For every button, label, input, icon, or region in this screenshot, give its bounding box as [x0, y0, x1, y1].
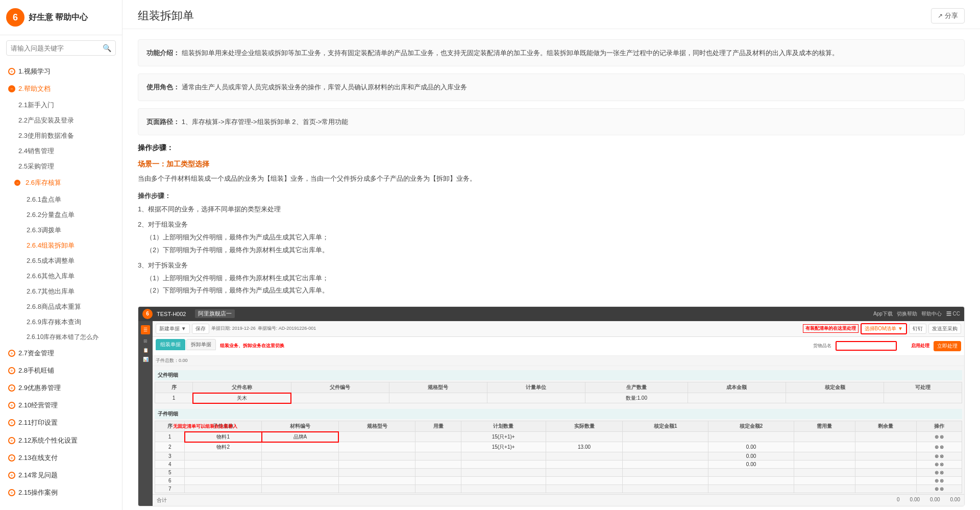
sidebar-item-label: 2.15操作案例: [18, 488, 58, 497]
path-label: 页面路径：: [146, 118, 180, 126]
step2-sub2: （2）下部明细为子件明细，最终作为原材料生成其它出库单。: [146, 244, 965, 257]
mock-td: [623, 476, 708, 484]
mock-td: ⊕ ⊗: [916, 476, 962, 484]
mock-td: [855, 452, 916, 460]
sidebar-item-error[interactable]: 2.6.10库存账本错了怎么办: [0, 330, 122, 345]
step3: 3、对于拆装业务: [138, 259, 965, 272]
sidebar-item-split[interactable]: 2.6.2分量盘点单: [0, 207, 122, 223]
mock-company: TEST-H002: [157, 311, 186, 317]
sidebar-item-inventory[interactable]: － 2.6库存核算: [0, 174, 122, 191]
sidebar-item-finance[interactable]: ＋ 2.7资金管理: [0, 345, 122, 362]
mock-th-qty: 生产数量: [585, 382, 688, 393]
mock-td: [794, 468, 855, 476]
sidebar-item-cost[interactable]: 2.6.5成本调整单: [0, 253, 122, 269]
mock-parent-title: 父件明细: [155, 370, 962, 380]
sidebar-item-new[interactable]: 2.1新手入门: [0, 98, 122, 113]
mock-nav-icon3: 📋: [143, 348, 149, 353]
sidebar-item-purchase[interactable]: 2.5采购管理: [0, 159, 122, 174]
mock-td: 4: [155, 460, 185, 468]
mock-td: [338, 442, 415, 452]
mock-td: [415, 484, 461, 493]
mock-child-title: 子件明细: [155, 409, 962, 419]
mock-th: 核定金额2: [708, 421, 794, 432]
search-icon[interactable]: 🔍: [103, 44, 111, 52]
mock-goods-input[interactable]: [836, 341, 897, 351]
mock-td: [708, 484, 794, 493]
mock-td: [415, 468, 461, 476]
mock-td: ⊕ ⊗: [916, 460, 962, 468]
mock-count-row: 子件总数：0.00: [153, 356, 964, 366]
mock-td: [461, 484, 546, 493]
mock-td: [794, 476, 855, 484]
sidebar-item-docs[interactable]: － 2.帮助文档: [0, 80, 122, 98]
sidebar-item-video[interactable]: ＋ 1.视频学习: [0, 63, 122, 80]
page-title: 组装拆卸单: [138, 8, 194, 23]
sidebar-item-in[interactable]: 2.6.6其他入库单: [0, 269, 122, 284]
table-row: 3 0.00 ⊕ ⊗: [155, 452, 962, 460]
mock-td: 3: [155, 452, 185, 460]
sidebar-item-install[interactable]: 2.2产品安装及登录: [0, 113, 122, 128]
sidebar-logo: 6 好生意 帮助中心: [0, 0, 122, 35]
mock-btn-new: 新建单据 ▼: [156, 324, 190, 334]
search-box[interactable]: 🔍: [6, 40, 116, 56]
mock-th-seq: 序: [155, 382, 193, 393]
mock-btn-confirm: 立即处理: [934, 341, 961, 351]
mock-td: [708, 432, 794, 442]
sidebar-item-out[interactable]: 2.6.7其他出库单: [0, 284, 122, 299]
intro-text: 组装拆卸单用来处理企业组装或拆卸等加工业务，支持有固定装配清单的产品加工业务，也…: [182, 49, 839, 57]
mock-td: ⊕ ⊗: [916, 452, 962, 460]
sidebar-item-ledger[interactable]: 2.6.9库存账本查询: [0, 314, 122, 330]
mock-td: [185, 484, 262, 493]
sidebar-item-label: 1.视频学习: [18, 67, 51, 76]
mock-td: [794, 432, 855, 442]
mock-th-name: 父件名称: [193, 382, 291, 393]
sidebar-item-data[interactable]: 2.3使用前数据准备: [0, 128, 122, 143]
mock-td: 1: [155, 393, 193, 403]
main-area: 组装拆卸单 ↗ 分享 功能介绍： 组装拆卸单用来处理企业组装或拆卸等加工业务，支…: [122, 0, 980, 510]
app-name: 好生意 帮助中心: [29, 12, 88, 23]
search-input[interactable]: [11, 44, 103, 52]
expand-icon: ＋: [8, 437, 15, 444]
table-row: 1 关木 数量:1.00: [155, 393, 962, 403]
sidebar-item-mobile[interactable]: ＋ 2.8手机旺铺: [0, 362, 122, 379]
sidebar-item-label: 2.11打印设置: [18, 418, 58, 427]
mock-label-goods: 货物品名: [813, 343, 831, 349]
mock-th: 规格型号: [338, 421, 415, 432]
sidebar-item-print[interactable]: ＋ 2.11打印设置: [0, 414, 122, 431]
mock-td: [262, 476, 339, 484]
role-block: 使用角色： 通常由生产人员或库管人员完成拆装业务的操作，库管人员确认原材料的出库…: [138, 74, 965, 101]
sidebar-item-faq[interactable]: ＋ 2.14常见问题: [0, 467, 122, 484]
sidebar-item-assembly[interactable]: 2.6.4组装拆卸单: [0, 238, 122, 253]
sidebar-item-custom[interactable]: ＋ 2.12系统个性化设置: [0, 432, 122, 449]
screenshot-container: 6 TEST-H002 阿里旗舰店一 App下载 切换帮助 帮助中心 ☰ CC …: [138, 306, 965, 506]
mock-td: [291, 393, 389, 403]
mock-td: [623, 460, 708, 468]
mock-td: [185, 452, 262, 460]
mock-td: [794, 484, 855, 493]
scene1-title: 场景一：加工类型选择: [138, 160, 965, 169]
expand-icon: ＋: [8, 402, 15, 409]
sidebar-item-pay[interactable]: ＋ 2.13在线支付: [0, 449, 122, 467]
sidebar-item-sales[interactable]: 2.4销售管理: [0, 143, 122, 159]
sidebar-item-manage[interactable]: ＋ 2.10经营管理: [0, 397, 122, 414]
nav-menu: ＋ 1.视频学习 － 2.帮助文档 2.1新手入门 2.2产品安装及登录 2.3…: [0, 61, 122, 503]
expand-icon: ＋: [8, 454, 15, 462]
mock-td: [415, 452, 461, 460]
mock-td: [855, 432, 916, 442]
mock-td: [623, 442, 708, 452]
mock-field-date: 单据日期: 2019-12-26: [211, 325, 256, 332]
sidebar-item-cases[interactable]: ＋ 2.15操作案例: [0, 484, 122, 501]
sidebar-item-stocktake[interactable]: 2.6.1盘点单: [0, 192, 122, 207]
mock-td: [855, 484, 916, 493]
mock-td: [262, 452, 339, 460]
mock-td: 物料2: [185, 442, 262, 452]
mock-td: [546, 468, 623, 476]
sidebar-item-label: 2.6库存核算: [26, 178, 61, 187]
mock-td: [338, 452, 415, 460]
share-button[interactable]: ↗ 分享: [931, 8, 965, 23]
sidebar-item-coupon[interactable]: ＋ 2.9优惠券管理: [0, 379, 122, 397]
sidebar-item-adjust[interactable]: 2.6.3调拨单: [0, 223, 122, 238]
mock-td: ⊕ ⊗: [916, 468, 962, 476]
mock-total-amt1: 0.00: [910, 497, 920, 504]
sidebar-item-recalc[interactable]: 2.6.8商品成本重算: [0, 299, 122, 314]
